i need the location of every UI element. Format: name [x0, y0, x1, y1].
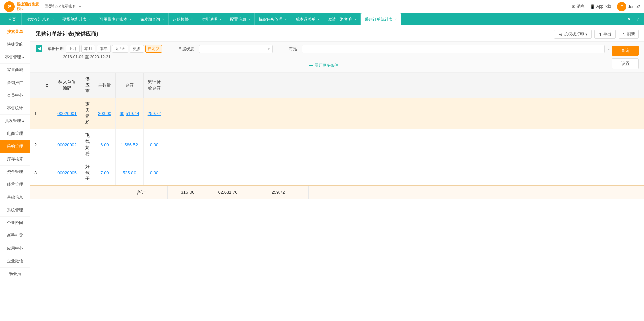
th-settings[interactable]: ⚙	[41, 73, 53, 98]
filter-row-1: ◀ 单据日期 上月 本月 本年 近7天 更多 自定义	[36, 45, 612, 53]
tab-peihuorenwu-close[interactable]: ×	[285, 17, 287, 21]
tab-yaoqing-close[interactable]: ×	[354, 17, 356, 21]
sidebar-item-appCenter[interactable]: 应用中心	[0, 242, 30, 255]
filter-goods-input[interactable]	[302, 45, 605, 53]
sidebar-retail-mall-label: 零售商城	[7, 67, 23, 72]
link-unit-code-1[interactable]: 00020001	[57, 111, 77, 116]
filter-date-this-year[interactable]: 本年	[97, 45, 111, 53]
tab-chengben-close[interactable]: ×	[318, 17, 320, 21]
export-button[interactable]: ⬆ 导出	[594, 30, 616, 39]
sidebar-item-purchase[interactable]: 采购管理	[0, 140, 30, 153]
link-amount-1[interactable]: 60,519.44	[120, 111, 139, 116]
link-unit-code-3[interactable]: 00020005	[57, 170, 77, 175]
link-qty-3[interactable]: 7.00	[100, 170, 109, 175]
tab-peihuorenwu[interactable]: 拣货任务管理 ×	[255, 13, 291, 25]
user-area[interactable]: E demo2	[617, 2, 640, 11]
sidebar-item-retail[interactable]: 零售管理 ▲	[0, 51, 30, 64]
sidebar-item-vip[interactable]: 畅会员	[0, 268, 30, 280]
sidebar-item-marketing[interactable]: 营销推广	[0, 76, 30, 89]
filter-status-item: 单据状态 ▾	[178, 45, 273, 53]
sidebar-item-operations[interactable]: 经营管理	[0, 178, 30, 191]
sidebar-item-quick[interactable]: 快捷导航	[0, 38, 30, 51]
refresh-button[interactable]: ↻ 刷新	[619, 30, 639, 39]
link-qty-1[interactable]: 303.00	[98, 111, 111, 116]
tab-chaochuyujing[interactable]: 超储预警 ×	[169, 13, 197, 25]
tab-keyong[interactable]: 可用量库存账本 ×	[95, 13, 136, 25]
tab-gongneng-close[interactable]: ×	[219, 17, 221, 21]
filter-date-last-month[interactable]: 上月	[66, 45, 80, 53]
link-amount-3[interactable]: 525.80	[123, 170, 136, 175]
tab-yaohuo[interactable]: 要货单统计表 ×	[58, 13, 95, 25]
th-unit-code: 往来单位编码	[53, 73, 81, 98]
link-qty-2[interactable]: 6.00	[100, 142, 109, 147]
filter-date-more[interactable]: 更多	[130, 45, 144, 53]
sidebar-item-wechat[interactable]: 企业微信	[0, 255, 30, 268]
sidebar-item-system[interactable]: 系统管理	[0, 204, 30, 217]
filter-status-select[interactable]: ▾	[199, 45, 273, 53]
setting-button[interactable]: 设置	[612, 58, 639, 69]
tab-shoufashui[interactable]: 收发存汇总表 ×	[22, 13, 58, 25]
tab-chaochuyujing-close[interactable]: ×	[191, 17, 193, 21]
expand-more-btn[interactable]: ▾▾ 展开更多条件	[36, 63, 612, 68]
link-paid-3[interactable]: 0.00	[150, 170, 158, 175]
sidebar-inventory-label: 库存核算	[7, 157, 23, 161]
sidebar-item-basic[interactable]: 基础信息	[0, 191, 30, 204]
tab-shoufashui-label: 收发存汇总表	[26, 17, 50, 22]
sidebar-item-inventory[interactable]: 库存核算	[0, 153, 30, 166]
tab-close-btn[interactable]: ×	[626, 16, 632, 22]
sidebar-item-enterprise[interactable]: 企业协同	[0, 217, 30, 229]
sidebar-retail-arrow: ▲	[22, 55, 25, 59]
tab-peizhi[interactable]: 配置信息 ×	[226, 13, 255, 25]
app-download-btn[interactable]: 📱 App下载	[590, 4, 611, 9]
link-amount-2[interactable]: 1,586.52	[121, 142, 138, 147]
sidebar-item-search[interactable]: 搜索菜单	[0, 25, 30, 38]
tab-gongneng[interactable]: 功能说明 ×	[197, 13, 226, 25]
sidebar-item-retail-mall[interactable]: 零售商城	[0, 64, 30, 76]
logo-area: 好 畅捷通好生意 标账	[4, 1, 39, 12]
sidebar-item-batch[interactable]: 批发管理 ▲	[0, 115, 30, 127]
tab-home[interactable]: 首页	[3, 13, 22, 25]
tab-keyong-close[interactable]: ×	[129, 17, 131, 21]
sidebar-item-member[interactable]: 会员中心	[0, 89, 30, 102]
tab-peizhi-close[interactable]: ×	[248, 17, 250, 21]
tab-yaoqing[interactable]: 邀请下游客户 ×	[324, 13, 361, 25]
filter-date-range-text: 2016-01-01 至 2023-12-31	[63, 54, 110, 60]
user-name: demo2	[628, 4, 640, 9]
download-icon: 📱	[590, 4, 595, 9]
data-table: ⚙ 往来单位编码 供应商 主数量 金额 累计付款金额 1	[30, 73, 644, 185]
query-button[interactable]: 查询	[612, 46, 639, 56]
sidebar-item-ecom[interactable]: 电商管理	[0, 127, 30, 140]
workspace-dropdown-icon[interactable]: ▾	[79, 4, 81, 9]
tab-caigou-close[interactable]: ×	[395, 17, 397, 21]
th-spacer	[165, 73, 644, 98]
tab-restore-btn[interactable]: ⤢	[635, 17, 641, 22]
sidebar-item-finance[interactable]: 资金管理	[0, 166, 30, 178]
message-btn[interactable]: ✉ 消息	[572, 4, 585, 9]
tab-baoyuan-close[interactable]: ×	[162, 17, 164, 21]
filter-area: ◀ 单据日期 上月 本月 本年 近7天 更多 自定义	[30, 42, 644, 73]
sidebar-retail-stat-label: 零售统计	[7, 106, 23, 110]
filter-date-7days[interactable]: 近7天	[112, 45, 128, 53]
sidebar-item-newbie[interactable]: 新手引导	[0, 229, 30, 242]
td-unit-code-2: 00020002	[53, 129, 81, 160]
tab-baoyuan[interactable]: 保质期查询 ×	[136, 13, 168, 25]
td-seq-2: 2	[30, 129, 41, 160]
footer-settings-cell	[47, 186, 60, 199]
link-unit-code-2[interactable]: 00020002	[57, 142, 77, 147]
link-paid-1[interactable]: 259.72	[148, 111, 161, 116]
sidebar-retail-label: 零售管理	[5, 54, 21, 60]
filter-date-this-month[interactable]: 本月	[81, 45, 95, 53]
td-spacer-3	[165, 160, 644, 185]
td-settings-2	[41, 129, 53, 160]
tab-shoufashui-close[interactable]: ×	[52, 17, 54, 21]
tab-caigou[interactable]: 采购订单统计表 ×	[361, 13, 401, 25]
logo-main-text: 畅捷通好生意	[17, 2, 39, 7]
tab-chengben[interactable]: 成本调整单 ×	[291, 13, 324, 25]
tab-yaohuo-close[interactable]: ×	[89, 17, 91, 21]
sidebar-item-retail-stat[interactable]: 零售统计	[0, 102, 30, 115]
toggle-filter-btn[interactable]: ◀	[36, 45, 42, 52]
filter-goods-more-btn[interactable]: ···	[608, 47, 612, 52]
link-paid-2[interactable]: 0.00	[150, 142, 158, 147]
template-print-button[interactable]: 🖨 按模板打印 ▾	[554, 30, 592, 39]
sidebar-purchase-label: 采购管理	[7, 144, 23, 149]
